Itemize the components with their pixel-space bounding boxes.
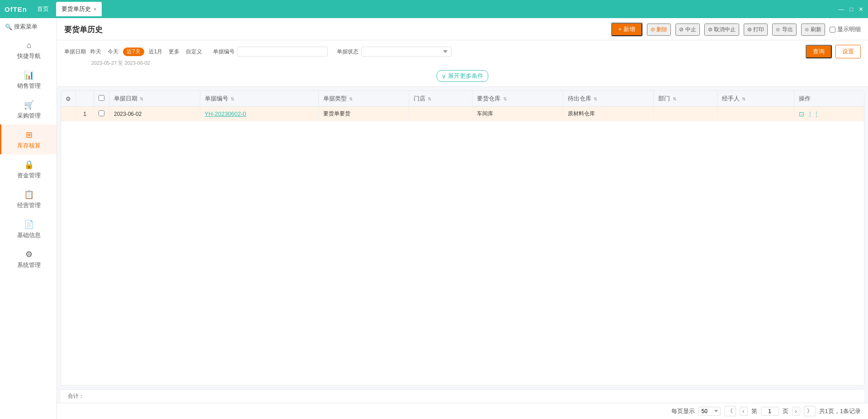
first-page-button[interactable]: 《 (724, 406, 736, 416)
query-button[interactable]: 查询 (806, 45, 832, 58)
refresh-button[interactable]: ⊙ 刷新 (801, 24, 825, 36)
td-code[interactable]: YH-20230602-0 (200, 107, 318, 121)
sidebar-item-label: 经营管理 (17, 201, 41, 210)
chevron-down-icon: ∨ (442, 73, 446, 80)
td-type: 要货单要货 (318, 107, 409, 121)
th-handler[interactable]: 经手人 ⇅ (717, 91, 794, 107)
delete-button[interactable]: ⊘ 删除 (647, 24, 671, 36)
shortcut-today[interactable]: 今天 (106, 48, 120, 56)
search-icon: 🔍 (5, 24, 12, 30)
history-tab-label: 要货单历史 (61, 5, 91, 13)
table-body: 1 2023-06-02 YH-20230602-0 要货单要货 车间库 原材料… (61, 107, 864, 121)
sort-code-icon: ⇅ (231, 96, 234, 101)
tab-history[interactable]: 要货单历史 × (56, 2, 102, 16)
th-pending-warehouse[interactable]: 待出仓库 ⇅ (563, 91, 654, 107)
sidebar-item-sales[interactable]: 📊 销售管理 (0, 65, 57, 95)
basic-icon: 📄 (24, 219, 34, 229)
sidebar-item-label: 采购管理 (17, 112, 41, 120)
sidebar-item-quick-nav[interactable]: ⌂ 快捷导航 (0, 35, 57, 65)
td-action: ⊡ ⋮⋮ (794, 107, 864, 121)
sort-handler-icon: ⇅ (742, 96, 745, 101)
page-input[interactable] (761, 407, 779, 416)
last-page-button[interactable]: 》 (804, 406, 816, 416)
order-no-input[interactable] (237, 47, 328, 57)
sidebar-item-inventory[interactable]: ⊞ 库存核算 (0, 124, 57, 154)
sales-icon: 📊 (24, 70, 34, 80)
purchase-icon: 🛒 (24, 100, 34, 110)
more-icon[interactable]: ⋮⋮ (807, 110, 820, 118)
shortcut-more[interactable]: 更多 (167, 48, 181, 56)
td-req-warehouse: 车间库 (472, 107, 563, 121)
sidebar-item-finance[interactable]: 🔒 资金管理 (0, 154, 57, 184)
td-date: 2023-06-02 (109, 107, 200, 121)
th-date-label: 单据日期 (114, 95, 137, 102)
brand-logo: OfTEn (5, 5, 27, 13)
show-detail-checkbox[interactable] (830, 27, 835, 33)
th-store-label: 门店 (414, 95, 425, 102)
date-range-display: 2023-05-27 至 2023-06-02 (91, 60, 150, 66)
main-layout: 🔍 搜索菜单 ⌂ 快捷导航 📊 销售管理 🛒 采购管理 ⊞ 库存核算 🔒 资金管… (0, 18, 868, 419)
status-select[interactable] (361, 47, 452, 57)
content-area: 要货单历史 + 新增 ⊘ 删除 ⊘ 中止 ⊘ 取消中止 ⊜ 打印 ⊙ 导出 ⊙ … (57, 18, 868, 419)
th-req-warehouse[interactable]: 要货仓库 ⇅ (472, 91, 563, 107)
new-button[interactable]: + 新增 (611, 23, 642, 36)
per-page-select[interactable]: 50 10 20 100 (698, 407, 721, 416)
row-checkbox[interactable] (99, 110, 104, 116)
cancel-stop-button[interactable]: ⊘ 取消中止 (704, 24, 739, 36)
show-detail-toggle[interactable]: 显示明细 (830, 25, 861, 33)
total-info: 共1页，1条记录 (819, 407, 861, 415)
sidebar-item-label: 销售管理 (17, 82, 41, 90)
filter-row: 单据日期 昨天 今天 近7天 近1月 更多 自定义 单据编号 (64, 45, 861, 58)
order-no-filter: 单据编号 (213, 47, 328, 57)
sidebar-item-purchase[interactable]: 🛒 采购管理 (0, 95, 57, 124)
th-settings[interactable]: ⚙ (61, 91, 76, 107)
maximize-icon[interactable]: □ (849, 6, 853, 13)
sort-store-icon: ⇅ (428, 96, 431, 101)
shortcut-last1month[interactable]: 近1月 (147, 48, 165, 56)
page-end-label: 页 (783, 407, 788, 415)
td-store (409, 107, 472, 121)
order-code-link[interactable]: YH-20230602-0 (205, 110, 246, 117)
data-table: ⚙ 单据日期 ⇅ 单据编号 ⇅ (61, 91, 864, 121)
operations-icon: 📋 (24, 190, 34, 200)
date-filter: 单据日期 昨天 今天 近7天 近1月 更多 自定义 (64, 48, 204, 56)
footer-area: 合计： (61, 389, 864, 403)
td-check (94, 107, 109, 121)
settings-button[interactable]: 设置 (835, 45, 861, 58)
th-date[interactable]: 单据日期 ⇅ (109, 91, 200, 107)
select-all-checkbox[interactable] (99, 95, 104, 101)
expand-more-button[interactable]: ∨ 展开更多条件 (437, 70, 488, 82)
edit-icon[interactable]: ⊡ (799, 110, 804, 118)
th-code[interactable]: 单据编号 ⇅ (200, 91, 318, 107)
close-icon[interactable]: ✕ (859, 6, 863, 13)
stop-button[interactable]: ⊘ 中止 (675, 24, 699, 36)
th-department[interactable]: 部门 ⇅ (654, 91, 717, 107)
sort-type-icon: ⇅ (349, 96, 353, 101)
sort-department-icon: ⇅ (673, 96, 676, 101)
prev-page-button[interactable]: ‹ (740, 407, 748, 416)
th-type[interactable]: 单据类型 ⇅ (318, 91, 409, 107)
sidebar-item-basic[interactable]: 📄 基础信息 (0, 214, 57, 244)
tab-home[interactable]: 首页 (32, 2, 54, 16)
minimize-icon[interactable]: — (838, 6, 844, 13)
shortcut-yesterday[interactable]: 昨天 (89, 48, 103, 56)
show-detail-label: 显示明细 (837, 25, 861, 33)
expand-more-label: 展开更多条件 (448, 72, 483, 80)
td-handler (717, 107, 794, 121)
sidebar-search[interactable]: 🔍 搜索菜单 (0, 18, 57, 35)
close-tab-icon[interactable]: × (94, 6, 96, 12)
next-page-button[interactable]: › (792, 407, 800, 416)
th-code-label: 单据编号 (205, 95, 228, 102)
print-button[interactable]: ⊜ 打印 (744, 24, 768, 36)
action-icons: ⊡ ⋮⋮ (799, 110, 859, 118)
shortcut-custom[interactable]: 自定义 (184, 48, 204, 56)
shortcut-last7days[interactable]: 近7天 (123, 48, 144, 56)
page-label: 第 (751, 407, 757, 415)
sidebar-item-label: 快捷导航 (17, 52, 41, 60)
sidebar-item-system[interactable]: ⚙ 系统管理 (0, 244, 57, 274)
table-container: ⚙ 单据日期 ⇅ 单据编号 ⇅ (61, 90, 864, 386)
sidebar-item-operations[interactable]: 📋 经营管理 (0, 184, 57, 214)
td-pending-warehouse: 原材料仓库 (563, 107, 654, 121)
export-button[interactable]: ⊙ 导出 (772, 24, 796, 36)
th-store[interactable]: 门店 ⇅ (409, 91, 472, 107)
